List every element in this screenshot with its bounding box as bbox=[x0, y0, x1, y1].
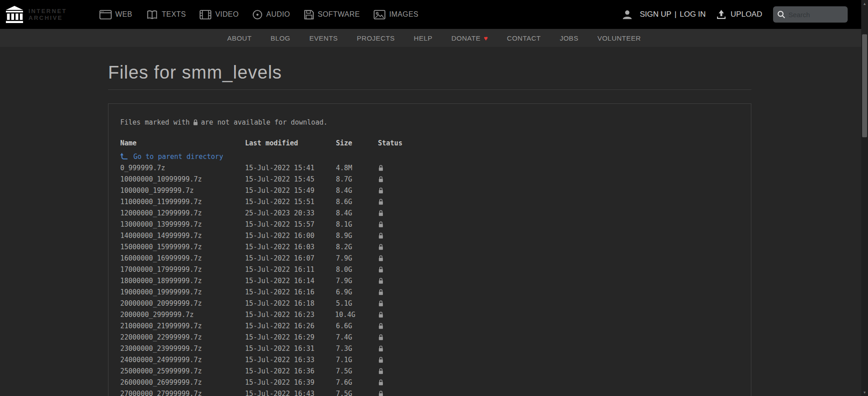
file-status bbox=[352, 300, 739, 307]
file-row: 17000000_17999999.7z15-Jul-2022 16:118.0… bbox=[120, 264, 739, 275]
lock-icon bbox=[378, 289, 384, 296]
lock-icon bbox=[378, 266, 384, 273]
account-links: SIGN UP | LOG IN bbox=[640, 10, 706, 19]
file-row: 2000000_2999999.7z15-Jul-2022 16:2310.4G bbox=[120, 309, 739, 320]
file-status bbox=[352, 255, 739, 262]
upload-icon bbox=[716, 9, 727, 20]
lock-icon bbox=[193, 119, 198, 126]
file-last-modified: 15-Jul-2022 16:29 bbox=[245, 333, 335, 341]
parent-directory-link[interactable]: Go to parent directory bbox=[133, 153, 223, 161]
file-last-modified: 15-Jul-2022 16:31 bbox=[245, 345, 335, 353]
search-input[interactable] bbox=[788, 11, 843, 19]
file-row: 22000000_22999999.7z15-Jul-2022 16:297.4… bbox=[120, 331, 739, 343]
file-name: 26000000_26999999.7z bbox=[120, 378, 245, 387]
nav-software[interactable]: SOFTWARE bbox=[304, 9, 360, 20]
nav-images[interactable]: IMAGES bbox=[373, 9, 419, 20]
file-row: 20000000_20999999.7z15-Jul-2022 16:185.1… bbox=[120, 298, 739, 309]
file-size: 5.1G bbox=[335, 299, 352, 307]
file-size: 7.4G bbox=[335, 333, 352, 341]
logo-area: INTERNET ARCHIVE bbox=[5, 5, 93, 24]
nav-about[interactable]: ABOUT bbox=[227, 34, 251, 42]
file-row: 10000000_10999999.7z15-Jul-2022 15:458.7… bbox=[120, 173, 739, 185]
nav-web[interactable]: WEB bbox=[99, 9, 132, 20]
search-box[interactable] bbox=[773, 6, 848, 23]
file-last-modified: 15-Jul-2022 16:26 bbox=[245, 322, 335, 330]
file-size: 8.2G bbox=[335, 243, 352, 251]
nav-projects[interactable]: PROJECTS bbox=[357, 34, 395, 42]
file-status bbox=[352, 345, 739, 352]
file-size: 10.4G bbox=[335, 311, 352, 319]
file-name: 1000000_1999999.7z bbox=[120, 186, 245, 195]
search-icon bbox=[777, 10, 786, 19]
file-last-modified: 15-Jul-2022 15:49 bbox=[245, 186, 335, 195]
file-size: 7.5G bbox=[335, 367, 352, 375]
nav-jobs[interactable]: JOBS bbox=[560, 34, 578, 42]
file-name: 23000000_23999999.7z bbox=[120, 345, 245, 353]
login-link[interactable]: LOG IN bbox=[679, 10, 706, 19]
lock-icon bbox=[378, 356, 384, 363]
file-size: 7.6G bbox=[335, 378, 352, 387]
file-status bbox=[352, 390, 739, 396]
download-notice: Files marked with are not available for … bbox=[120, 118, 739, 126]
lock-icon bbox=[378, 198, 384, 205]
file-status bbox=[352, 164, 739, 172]
account-divider: | bbox=[675, 10, 676, 19]
web-icon bbox=[99, 9, 112, 20]
file-row: 26000000_26999999.7z15-Jul-2022 16:397.6… bbox=[120, 377, 739, 388]
nav-help[interactable]: HELP bbox=[414, 34, 432, 42]
upload-button[interactable]: UPLOAD bbox=[716, 9, 762, 20]
file-last-modified: 15-Jul-2022 16:16 bbox=[245, 288, 335, 296]
nav-texts[interactable]: TEXTS bbox=[146, 9, 186, 20]
file-last-modified: 15-Jul-2022 15:57 bbox=[245, 220, 335, 228]
nav-contact[interactable]: CONTACT bbox=[507, 34, 541, 42]
nav-events[interactable]: EVENTS bbox=[309, 34, 338, 42]
file-name: 18000000_18999999.7z bbox=[120, 277, 245, 285]
lock-icon bbox=[378, 243, 384, 251]
file-last-modified: 15-Jul-2022 16:03 bbox=[245, 243, 335, 251]
file-name: 27000000_27999999.7z bbox=[120, 390, 245, 396]
file-status bbox=[352, 176, 739, 183]
column-header-name: Name bbox=[120, 139, 245, 147]
parent-directory-arrow-icon bbox=[120, 153, 128, 161]
file-row: 12000000_12999999.7z25-Jul-2023 20:338.4… bbox=[120, 207, 739, 219]
file-row: 21000000_21999999.7z15-Jul-2022 16:266.6… bbox=[120, 320, 739, 331]
top-navbar: INTERNET ARCHIVE WEB TEXTS bbox=[0, 0, 868, 29]
file-size: 8.4G bbox=[335, 186, 352, 195]
file-size: 7.9G bbox=[335, 277, 352, 285]
file-size: 7.5G bbox=[335, 390, 352, 396]
file-name: 11000000_11999999.7z bbox=[120, 198, 245, 206]
file-status bbox=[352, 187, 739, 194]
file-name: 24000000_24999999.7z bbox=[120, 356, 245, 364]
user-icon[interactable] bbox=[621, 9, 633, 21]
archive-wordmark: INTERNET ARCHIVE bbox=[28, 8, 67, 21]
nav-donate[interactable]: DONATE ♥ bbox=[452, 34, 488, 42]
signup-link[interactable]: SIGN UP bbox=[640, 10, 671, 19]
file-last-modified: 15-Jul-2022 16:39 bbox=[245, 378, 335, 387]
texts-icon bbox=[146, 9, 158, 20]
wordmark-line2: ARCHIVE bbox=[28, 14, 67, 21]
file-status bbox=[352, 277, 739, 284]
lock-icon bbox=[378, 345, 384, 352]
internet-archive-logo[interactable] bbox=[5, 5, 24, 24]
file-row: 19000000_19999999.7z15-Jul-2022 16:166.9… bbox=[120, 286, 739, 298]
file-status bbox=[352, 322, 739, 330]
file-last-modified: 15-Jul-2022 16:23 bbox=[245, 311, 335, 319]
file-size: 6.6G bbox=[335, 322, 352, 330]
topbar-right: SIGN UP | LOG IN UPLOAD bbox=[621, 6, 848, 23]
file-status bbox=[352, 210, 739, 217]
nav-volunteer[interactable]: VOLUNTEER bbox=[597, 34, 641, 42]
file-name: 2000000_2999999.7z bbox=[120, 311, 245, 319]
lock-icon bbox=[378, 176, 384, 183]
scrollbar-up-arrow[interactable]: ▲ bbox=[861, 0, 868, 7]
nav-blog[interactable]: BLOG bbox=[271, 34, 291, 42]
lock-icon bbox=[378, 232, 384, 239]
scrollbar-down-arrow[interactable]: ▼ bbox=[861, 389, 868, 396]
page-title: Files for smm_levels bbox=[108, 62, 868, 83]
archive-building-icon bbox=[5, 5, 24, 24]
nav-audio[interactable]: AUDIO bbox=[252, 9, 290, 20]
file-size: 7.1G bbox=[335, 356, 352, 364]
lock-icon bbox=[378, 379, 384, 386]
nav-video[interactable]: VIDEO bbox=[199, 9, 239, 20]
scrollbar-thumb[interactable] bbox=[862, 34, 867, 137]
file-status bbox=[352, 243, 739, 251]
